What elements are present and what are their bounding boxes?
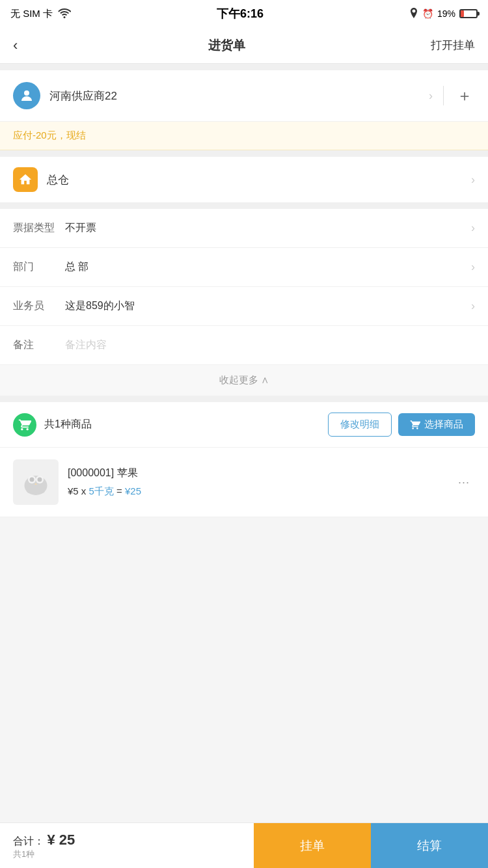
select-product-button[interactable]: 选择商品 <box>398 413 475 436</box>
product-title: 苹果 <box>117 467 138 478</box>
remark-value[interactable]: 备注内容 <box>65 338 475 352</box>
total-count: 共1种 <box>13 848 241 860</box>
product-thumbnail <box>13 459 59 505</box>
battery-percent: 19% <box>437 8 455 19</box>
svg-point-0 <box>24 90 29 96</box>
back-button[interactable]: ‹ <box>13 32 23 59</box>
section-gap-1 <box>0 64 488 70</box>
warehouse-row[interactable]: 总仓 › <box>0 157 488 202</box>
supplier-name: 河南供应商22 <box>49 88 429 103</box>
products-section: 共1种商品 修改明细 选择商品 <box>0 402 488 517</box>
dept-row[interactable]: 部门 总 部 › <box>0 248 488 287</box>
section-gap-4 <box>0 396 488 402</box>
invoice-value: 不开票 <box>65 221 471 235</box>
product-code: [0000001] <box>68 467 114 478</box>
warehouse-name: 总仓 <box>47 172 471 187</box>
status-bar: 无 SIM 卡 下午6:16 ⏰ 19% <box>0 0 488 27</box>
footer: 合计： ¥ 25 共1种 挂单 结算 <box>0 822 488 868</box>
form-section: 票据类型 不开票 › 部门 总 部 › 业务员 这是859的小智 › 备注 备注… <box>0 209 488 365</box>
products-count: 共1种商品 <box>44 418 328 431</box>
products-cart-icon <box>13 413 36 437</box>
edit-detail-button[interactable]: 修改明细 <box>328 413 392 437</box>
svg-point-7 <box>26 484 33 493</box>
line-total: ¥25 <box>125 485 141 496</box>
warehouse-chevron-icon: › <box>471 173 475 187</box>
product-info: [0000001] 苹果 ¥5 x 5千克 = ¥25 <box>68 467 453 498</box>
vertical-divider <box>443 86 444 105</box>
hang-button[interactable]: 挂单 <box>254 823 371 869</box>
add-supplier-button[interactable]: ＋ <box>454 83 475 109</box>
collapse-button[interactable]: 收起更多 ∧ <box>0 365 488 396</box>
svg-point-5 <box>38 478 42 482</box>
warehouse-section: 总仓 › <box>0 157 488 202</box>
sales-row[interactable]: 业务员 这是859的小智 › <box>0 287 488 326</box>
dept-chevron-icon: › <box>471 260 475 274</box>
wifi-icon <box>58 8 71 20</box>
product-price: ¥5 x 5千克 = ¥25 <box>68 485 453 498</box>
total-amount: ¥ 25 <box>47 832 75 848</box>
svg-point-4 <box>30 478 34 482</box>
supplier-row[interactable]: 河南供应商22 › ＋ <box>0 70 488 122</box>
sales-label: 业务员 <box>13 299 65 313</box>
invoice-chevron-icon: › <box>471 221 475 235</box>
dept-label: 部门 <box>13 260 65 274</box>
status-time: 下午6:16 <box>217 6 264 21</box>
dept-value: 总 部 <box>65 260 471 274</box>
product-more-button[interactable]: ··· <box>453 473 475 492</box>
quantity: 5千克 <box>89 485 114 496</box>
section-gap-2 <box>0 150 488 157</box>
products-header: 共1种商品 修改明细 选择商品 <box>0 402 488 448</box>
sales-chevron-icon: › <box>471 299 475 313</box>
svg-point-8 <box>39 484 46 493</box>
remark-label: 备注 <box>13 338 65 352</box>
sales-value: 这是859的小智 <box>65 299 471 313</box>
carrier-text: 无 SIM 卡 <box>10 8 53 20</box>
status-right: ⏰ 19% <box>409 8 478 20</box>
invoice-label: 票据类型 <box>13 221 65 235</box>
footer-spacer <box>0 517 488 530</box>
location-icon <box>409 8 418 20</box>
supplier-avatar <box>13 82 40 109</box>
notice-banner: 应付-20元，现结 <box>0 122 488 150</box>
settle-button[interactable]: 结算 <box>371 823 488 869</box>
alarm-icon: ⏰ <box>422 8 433 19</box>
footer-total: 合计： ¥ 25 共1种 <box>0 832 254 860</box>
status-left: 无 SIM 卡 <box>10 8 71 20</box>
remark-row[interactable]: 备注 备注内容 <box>0 326 488 365</box>
supplier-section: 河南供应商22 › ＋ 应付-20元，现结 <box>0 70 488 150</box>
select-btn-label: 选择商品 <box>424 418 463 431</box>
battery-icon <box>459 9 478 18</box>
nav-bar: ‹ 进货单 打开挂单 <box>0 27 488 64</box>
open-hang-button[interactable]: 打开挂单 <box>431 38 475 53</box>
supplier-chevron-icon: › <box>429 89 433 103</box>
warehouse-icon <box>13 167 38 192</box>
unit-price: ¥5 <box>68 485 79 496</box>
product-item: [0000001] 苹果 ¥5 x 5千克 = ¥25 ··· <box>0 448 488 517</box>
total-label: 合计： <box>13 835 44 847</box>
invoice-type-row[interactable]: 票据类型 不开票 › <box>0 209 488 248</box>
product-name: [0000001] 苹果 <box>68 467 453 480</box>
section-gap-3 <box>0 202 488 209</box>
page-title: 进货单 <box>23 37 431 54</box>
